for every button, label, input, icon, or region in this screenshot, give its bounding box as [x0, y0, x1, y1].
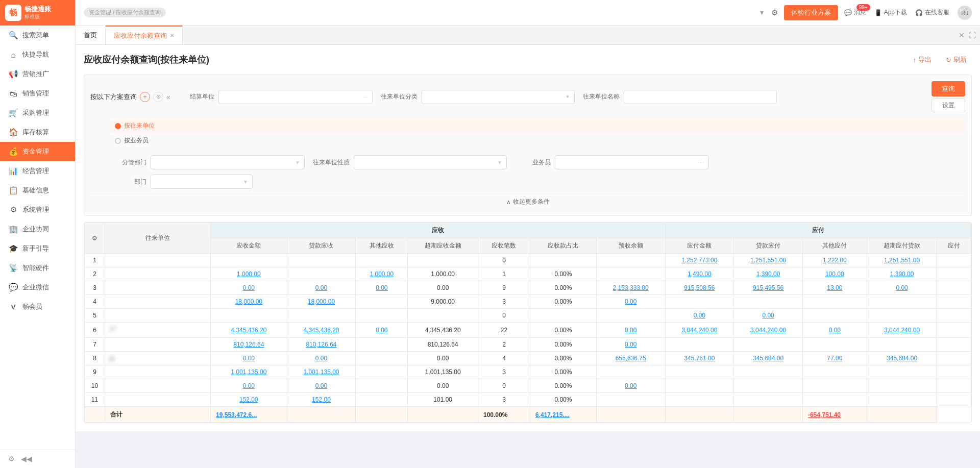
footer-payable-total[interactable]: -654,751.40	[802, 407, 867, 423]
other-receivable[interactable]: 0.00	[356, 323, 408, 338]
other-receivable[interactable]: 0.00	[356, 281, 408, 295]
partner-category-select[interactable]: ▼	[422, 90, 575, 104]
other-receivable[interactable]: 1,000.00	[356, 267, 408, 281]
prepay-balance[interactable]: 0.00	[596, 338, 665, 352]
receivable-amount[interactable]: 152.00	[211, 393, 287, 407]
sidebar-item-basic[interactable]: 📋 基础信息	[0, 181, 75, 200]
overdue-payable[interactable]: 1,251,551.00	[867, 254, 937, 267]
view-mode-salesman[interactable]: 按业务员	[111, 134, 965, 147]
refresh-button[interactable]: ↻ 刷新	[941, 53, 972, 66]
other-payable[interactable]: 13.00	[802, 281, 867, 295]
receivable-amount[interactable]: 0.00	[211, 379, 287, 393]
loan-receivable[interactable]: 18,000.00	[287, 295, 356, 309]
footer-collapse-icon[interactable]: ◀◀	[21, 455, 32, 463]
filter-collapse-button[interactable]: «	[166, 93, 170, 101]
topbar-dropdown-arrow[interactable]: ▼	[759, 9, 765, 16]
other-payable[interactable]: 1,222.00	[802, 254, 867, 267]
payable-amount[interactable]: 345,761.00	[665, 352, 734, 365]
footer-receivable-total[interactable]: 19,553,472.6...	[211, 407, 287, 423]
setting-button[interactable]: 设置	[932, 98, 965, 112]
sidebar-item-newbie[interactable]: 🎓 新手引导	[0, 239, 75, 258]
loan-payable[interactable]: 0.00	[734, 309, 803, 323]
overdue-payable[interactable]: 1,390.00	[867, 267, 937, 281]
other-payable[interactable]: 77.00	[802, 352, 867, 365]
prepay-balance[interactable]: 0.00	[596, 379, 665, 393]
prepay-balance[interactable]: 0.00	[596, 323, 665, 338]
query-button[interactable]: 查询	[932, 81, 965, 96]
collapse-bar[interactable]: ∧ 收起更多条件	[90, 194, 965, 209]
user-avatar[interactable]: Rit	[958, 6, 972, 20]
filter-label: 分管部门	[111, 158, 146, 167]
topbar-gear-icon[interactable]: ⚙	[771, 8, 778, 17]
settlement-unit-input[interactable]	[223, 90, 363, 104]
loan-receivable[interactable]: 4,345,436.20	[287, 323, 356, 338]
loan-payable[interactable]: 345,684.00	[734, 352, 803, 365]
payable-amount[interactable]: 3,044,240.00	[665, 323, 734, 338]
overdue-payable[interactable]: 0.00	[867, 281, 937, 295]
sidebar-item-system[interactable]: ⚙ 系统管理	[0, 200, 75, 219]
sidebar-item-purchase[interactable]: 🛒 采购管理	[0, 103, 75, 122]
online-service-button[interactable]: 🎧 在线客服	[915, 8, 949, 17]
sidebar-item-weixin[interactable]: 💬 企业微信	[0, 278, 75, 297]
view-mode-partner[interactable]: 按往来单位	[111, 119, 965, 132]
prepay-balance[interactable]: 2,153,333.00	[596, 281, 665, 295]
sidebar-item-quicknav[interactable]: ⌂ 快捷导航	[0, 45, 75, 64]
prepay-balance[interactable]: 655,636.75	[596, 352, 665, 365]
loan-receivable[interactable]: 0.00	[287, 379, 356, 393]
tab-expand-button[interactable]: ⛶	[969, 31, 976, 39]
dept-manager-select[interactable]: ▼	[151, 155, 305, 169]
sidebar-item-marketing[interactable]: 📢 营销推广	[0, 64, 75, 84]
sidebar-item-inventory[interactable]: 🏠 库存核算	[0, 122, 75, 142]
loan-receivable[interactable]: 0.00	[287, 281, 356, 295]
dept-select[interactable]: ▼	[151, 175, 253, 189]
sidebar-item-search[interactable]: 🔍 搜索菜单	[0, 26, 75, 45]
loan-receivable[interactable]: 152.00	[287, 393, 356, 407]
loan-receivable[interactable]: 1,001,135.00	[287, 365, 356, 379]
receivable-amount[interactable]: 18,000.00	[211, 295, 287, 309]
tab-close-icon[interactable]: ✕	[170, 33, 174, 38]
payable-amount[interactable]: 1,252,773.00	[665, 254, 734, 267]
loan-receivable[interactable]: 0.00	[287, 352, 356, 365]
tab-home[interactable]: 首页	[76, 26, 106, 44]
solution-button[interactable]: 体验行业方案	[784, 5, 838, 20]
loan-receivable[interactable]: 810,126.64	[287, 338, 356, 352]
receivable-amount[interactable]: 4,345,436.20	[211, 323, 287, 338]
receivable-amount[interactable]: 1,001,135.00	[211, 365, 287, 379]
loan-payable[interactable]: 915,495.56	[734, 281, 803, 295]
loan-payable[interactable]: 1,251,551.00	[734, 254, 803, 267]
footer-settings-icon[interactable]: ⚙	[8, 455, 15, 463]
salesman-input[interactable]	[559, 156, 700, 169]
sidebar-item-member[interactable]: V 畅会员	[0, 297, 75, 316]
table-row: 11152.00152.00101.0030.00%	[85, 393, 971, 407]
receivable-amount[interactable]: 0.00	[211, 352, 287, 365]
sidebar-item-enterprise[interactable]: 🏢 企业协同	[0, 219, 75, 239]
receivable-amount[interactable]: 0.00	[211, 281, 287, 295]
partner-nature-select[interactable]: ▼	[354, 155, 507, 169]
sidebar-item-operations[interactable]: 📊 经营管理	[0, 161, 75, 181]
other-payable[interactable]: 0.00	[802, 323, 867, 338]
other-payable[interactable]: 100.00	[802, 267, 867, 281]
partner-name-input[interactable]	[624, 90, 777, 104]
prepay-balance[interactable]: 0.00	[596, 295, 665, 309]
receivable-amount[interactable]: 1,000.00	[211, 267, 287, 281]
table-settings-icon[interactable]: ⚙	[92, 235, 97, 242]
message-button[interactable]: 💬 消息 99+	[844, 8, 866, 17]
payable-amount[interactable]: 0.00	[665, 309, 734, 323]
receivable-amount[interactable]: 810,126.64	[211, 338, 287, 352]
payable-amount[interactable]: 1,490.00	[665, 267, 734, 281]
export-button[interactable]: ↑ 导出	[908, 53, 937, 66]
footer-prepay-total[interactable]: 6,417,215....	[530, 407, 597, 423]
payable-amount[interactable]: 915,508.56	[665, 281, 734, 295]
overdue-payable[interactable]: 3,044,240.00	[867, 323, 937, 338]
tab-balance[interactable]: 应收应付余额查询 ✕	[106, 26, 183, 44]
sidebar-item-hardware[interactable]: 📡 智能硬件	[0, 258, 75, 278]
loan-payable[interactable]: 1,390.00	[734, 267, 803, 281]
loan-payable[interactable]: 3,044,240.00	[734, 323, 803, 338]
sidebar-item-sales[interactable]: 🛍 销售管理	[0, 84, 75, 103]
tab-close-button[interactable]: ✕	[959, 31, 965, 39]
filter-settings-button[interactable]: ⊙	[153, 92, 163, 102]
overdue-payable[interactable]: 345,684.00	[867, 352, 937, 365]
app-download-button[interactable]: 📱 App下载	[874, 8, 907, 17]
filter-add-button[interactable]: +	[140, 92, 150, 102]
sidebar-item-funds[interactable]: 💰 资金管理	[0, 142, 75, 161]
